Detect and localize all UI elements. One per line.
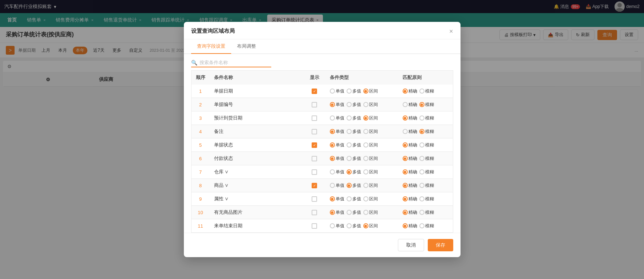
radio-match-模糊[interactable]	[419, 89, 424, 90]
dtable-body: 1单据日期✓单值多值区间精确模糊2单据编号单值多值区间精确模糊3预计到货日期单值…	[191, 85, 453, 90]
tab-layout-adjust[interactable]: 布局调整	[231, 39, 262, 54]
row-1-type: 单值多值区间	[325, 85, 398, 90]
row-1-order: 1	[191, 85, 210, 90]
row-1-name: 单据日期	[210, 85, 304, 90]
search-input-wrap: 🔍	[191, 58, 271, 67]
dialog-tabs: 查询字段设置 布局调整	[184, 39, 461, 54]
search-bar: 🔍	[184, 54, 461, 70]
dth-type: 条件类型	[325, 71, 398, 85]
dialog-overlay: 设置查询区域布局 × 查询字段设置 布局调整 🔍 顺序 条件名称 显示 条件类型…	[0, 0, 644, 90]
radio-type-区间[interactable]	[363, 89, 368, 90]
radio-match-精确[interactable]	[403, 89, 408, 90]
dialog-table: 顺序 条件名称 显示 条件类型 匹配原则 1单据日期✓单值多值区间精确模糊2单据…	[184, 70, 461, 90]
table-row: 1单据日期✓单值多值区间精确模糊	[191, 85, 453, 90]
search-input[interactable]	[199, 58, 271, 67]
dialog-header: 设置查询区域布局 ×	[184, 22, 461, 39]
settings-dialog: 设置查询区域布局 × 查询字段设置 布局调整 🔍 顺序 条件名称 显示 条件类型…	[184, 22, 461, 90]
row-1-match: 精确模糊	[398, 85, 453, 90]
dth-match: 匹配原则	[398, 71, 453, 85]
radio-type-多值[interactable]	[347, 89, 352, 90]
radio-type-单值[interactable]	[330, 89, 335, 90]
tab-query-fields[interactable]: 查询字段设置	[191, 39, 231, 54]
checkbox-1[interactable]: ✓	[312, 89, 317, 90]
search-icon: 🔍	[191, 60, 197, 66]
dth-show: 显示	[304, 71, 325, 85]
dth-order: 顺序	[191, 71, 210, 85]
dth-name: 条件名称	[210, 71, 304, 85]
dialog-title: 设置查询区域布局	[191, 28, 235, 35]
dtable-header: 顺序 条件名称 显示 条件类型 匹配原则	[191, 70, 453, 85]
row-1-show-checkbox[interactable]: ✓	[304, 85, 325, 90]
dialog-close-btn[interactable]: ×	[449, 28, 453, 35]
